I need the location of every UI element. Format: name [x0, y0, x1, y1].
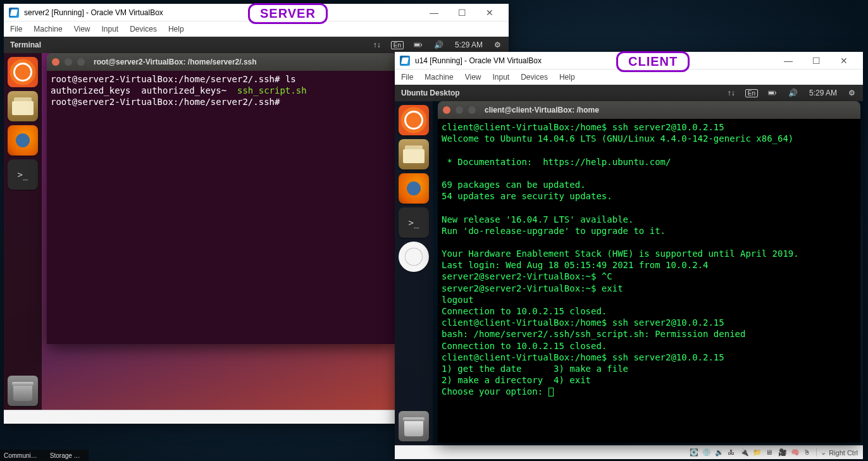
- terminal-icon[interactable]: [8, 159, 38, 190]
- language-indicator[interactable]: En: [745, 89, 758, 97]
- server-launcher: [4, 53, 42, 410]
- term-min-icon[interactable]: [456, 106, 463, 114]
- server-terminal-body[interactable]: root@server2-VirtualBox:/home/server2/.s…: [47, 71, 396, 344]
- virtualbox-icon: [9, 8, 19, 18]
- client-terminal-titlebar[interactable]: client@client-VirtualBox: /home: [438, 101, 860, 119]
- disc-icon[interactable]: [399, 242, 429, 272]
- client-ubuntu-topbar: Ubuntu Desktop ↑↓ En 🔊 5:29 AM ⚙: [395, 85, 863, 101]
- menu-view[interactable]: View: [74, 25, 90, 34]
- server-badge: SERVER: [248, 3, 328, 24]
- menu-help[interactable]: Help: [559, 73, 575, 82]
- language-indicator[interactable]: En: [391, 41, 404, 49]
- term-max-icon[interactable]: [77, 58, 85, 66]
- client-terminal-window: client@client-VirtualBox: /home client@c…: [438, 101, 860, 443]
- close-button[interactable]: ✕: [830, 52, 858, 70]
- firefox-icon[interactable]: [399, 173, 429, 204]
- menu-machine[interactable]: Machine: [425, 73, 453, 82]
- client-vbox-statusbar: 💽 💿 🔉 🖧 🔌 📁 🖥 🎥 🧠 🖱 ⌄ Right Ctrl: [395, 445, 863, 459]
- menu-devices[interactable]: Devices: [521, 73, 548, 82]
- terminal-icon[interactable]: [399, 207, 429, 238]
- client-vm-window: u14 [Running] - Oracle VM VirtualBox — ☐…: [395, 52, 863, 459]
- hd-icon[interactable]: 💽: [690, 448, 698, 457]
- term-min-icon[interactable]: [65, 58, 72, 66]
- display-icon[interactable]: 🖥: [766, 448, 774, 457]
- client-terminal-title: client@client-VirtualBox: /home: [485, 106, 599, 114]
- maximize-button[interactable]: ☐: [802, 52, 830, 70]
- menu-file[interactable]: File: [10, 25, 22, 34]
- server-window-title: server2 [Running] - Oracle VM VirtualBox: [24, 8, 415, 17]
- svg-rect-2: [414, 44, 419, 46]
- volume-icon[interactable]: 🔊: [433, 40, 445, 49]
- audio-icon[interactable]: 🔉: [715, 448, 724, 457]
- server-ubuntu-topbar: Terminal ↑↓ En 🔊 5:29 AM ⚙: [4, 37, 509, 53]
- term-close-icon[interactable]: [443, 106, 450, 114]
- menu-help[interactable]: Help: [168, 25, 184, 34]
- topbar-app-name: Terminal: [10, 40, 41, 49]
- server-terminal-titlebar[interactable]: root@server2-VirtualBox: /home/server2/.…: [47, 53, 396, 71]
- term-max-icon[interactable]: [468, 106, 476, 114]
- cpu-icon[interactable]: 🧠: [791, 448, 800, 457]
- menu-input[interactable]: Input: [102, 25, 119, 34]
- dash-icon[interactable]: [399, 105, 429, 135]
- clock[interactable]: 5:29 AM: [454, 40, 484, 49]
- svg-rect-4: [776, 92, 776, 94]
- recording-icon[interactable]: 🎥: [778, 448, 787, 457]
- mouse-integration-icon[interactable]: 🖱: [803, 448, 812, 457]
- client-launcher: [395, 101, 433, 445]
- virtualbox-icon: [400, 56, 410, 66]
- host-task2: Storage …: [50, 452, 80, 459]
- host-key-indicator[interactable]: ⌄ Right Ctrl: [816, 448, 858, 457]
- menu-input[interactable]: Input: [493, 73, 510, 82]
- gear-icon[interactable]: ⚙: [493, 40, 502, 49]
- server-terminal-title: root@server2-VirtualBox: /home/server2/.…: [94, 58, 257, 66]
- files-icon[interactable]: [399, 139, 429, 169]
- host-taskbar-fragment: Communi… Storage …: [0, 450, 89, 461]
- firefox-icon[interactable]: [8, 125, 38, 156]
- minimize-button[interactable]: —: [774, 52, 802, 70]
- cursor-icon: [549, 388, 554, 396]
- menu-view[interactable]: View: [465, 73, 481, 82]
- battery-icon[interactable]: [767, 89, 778, 97]
- network-icon[interactable]: ↑↓: [372, 40, 382, 49]
- client-window-title: u14 [Running] - Oracle VM VirtualBox: [415, 56, 769, 65]
- shared-folder-icon[interactable]: 📁: [753, 448, 762, 457]
- menu-devices[interactable]: Devices: [130, 25, 157, 34]
- gear-icon[interactable]: ⚙: [847, 89, 857, 97]
- battery-icon[interactable]: [412, 40, 424, 49]
- maximize-button[interactable]: ☐: [448, 4, 476, 22]
- client-badge: CLIENT: [616, 51, 690, 72]
- optical-icon[interactable]: 💿: [702, 448, 711, 457]
- client-terminal-text: client@client-VirtualBox:/home$ ssh serv…: [442, 122, 799, 396]
- host-key-label: Right Ctrl: [829, 449, 858, 457]
- volume-icon[interactable]: 🔊: [787, 89, 799, 97]
- usb-icon[interactable]: 🔌: [740, 448, 749, 457]
- menu-machine[interactable]: Machine: [34, 25, 62, 34]
- menu-file[interactable]: File: [401, 73, 413, 82]
- dash-icon[interactable]: [8, 57, 38, 87]
- client-ubuntu-desktop: client@client-VirtualBox: /home client@c…: [395, 101, 863, 445]
- network-icon[interactable]: ↑↓: [726, 89, 736, 97]
- topbar-app-name: Ubuntu Desktop: [401, 89, 460, 97]
- trash-icon[interactable]: [399, 411, 429, 441]
- close-button[interactable]: ✕: [476, 4, 504, 22]
- host-task1: Communi…: [4, 452, 37, 459]
- host-key-arrow-icon: ⌄: [821, 448, 826, 457]
- svg-rect-1: [421, 44, 422, 46]
- trash-icon[interactable]: [8, 376, 38, 406]
- client-terminal-body[interactable]: client@client-VirtualBox:/home$ ssh serv…: [438, 119, 860, 443]
- network-status-icon[interactable]: 🖧: [728, 448, 736, 457]
- term-close-icon[interactable]: [52, 58, 59, 66]
- files-icon[interactable]: [8, 91, 38, 121]
- server-terminal-window: root@server2-VirtualBox: /home/server2/.…: [47, 53, 396, 344]
- svg-rect-5: [769, 92, 774, 94]
- minimize-button[interactable]: —: [420, 4, 448, 22]
- clock[interactable]: 5:29 AM: [808, 89, 838, 97]
